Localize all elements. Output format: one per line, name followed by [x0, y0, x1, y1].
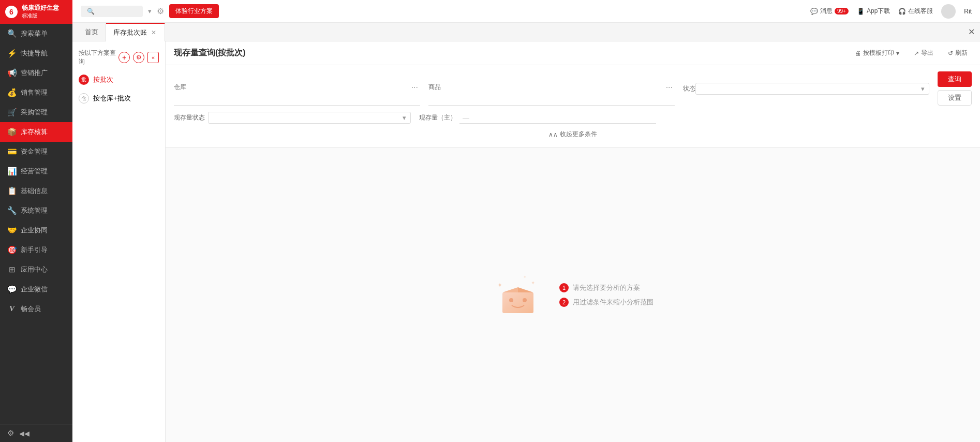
scheme-batch-icon: 批: [79, 75, 89, 85]
collapse-sidebar-icon[interactable]: ◀◀: [19, 430, 29, 437]
sidebar-item-apps[interactable]: ⊞ 应用中心: [0, 260, 72, 279]
sidebar-item-operations[interactable]: 📊 经营管理: [0, 161, 72, 181]
warehouse-label: 仓库: [174, 83, 186, 92]
svg-text:✦: ✦: [531, 280, 535, 286]
dropdown-icon[interactable]: ▾: [148, 7, 152, 15]
svg-point-4: [523, 298, 527, 302]
stock-status-select[interactable]: ▾: [208, 112, 411, 124]
svg-text:✦: ✦: [523, 275, 527, 279]
tab-close-icon[interactable]: ✕: [150, 29, 157, 36]
empty-tip-1: 1 请先选择要分析的方案: [559, 283, 654, 292]
sidebar-item-label: 资金管理: [21, 147, 48, 156]
stock-amount-filter: 现存量（主） —: [419, 112, 656, 124]
settings-button[interactable]: 设置: [938, 90, 972, 106]
messages-action[interactable]: 💬 消息 99+: [810, 7, 849, 16]
sidebar-item-marketing[interactable]: 📢 营销推广: [0, 63, 72, 83]
topbar-settings-icon[interactable]: ⚙: [157, 6, 164, 16]
sidebar-item-label: 系统管理: [21, 206, 48, 215]
scheme-batch[interactable]: 批 按批次: [72, 70, 165, 89]
sidebar-item-wechat[interactable]: 💬 企业微信: [0, 279, 72, 299]
sidebar: 6 畅康通好生意 标准版 🔍 搜索菜单 ⚡ 快捷导航 📢 营销推广 💰 销售管理…: [0, 0, 72, 442]
svg-marker-2: [518, 287, 533, 292]
settings-icon[interactable]: ⚙: [7, 429, 14, 438]
wechat-icon: 💬: [7, 285, 17, 294]
refresh-btn[interactable]: ↺ 刷新: [944, 47, 972, 60]
scheme-warehouse-batch[interactable]: 仓 按仓库+批次: [72, 89, 165, 108]
schemes-panel-title: 按以下方案查询 + ⚙ «: [72, 47, 165, 70]
product-filter: 商品 ···: [428, 71, 675, 106]
svg-rect-0: [502, 292, 533, 313]
app-download-action[interactable]: 📱 App下载: [857, 7, 890, 16]
tab-batch-account[interactable]: 库存批次账 ✕: [106, 23, 165, 41]
menu-search[interactable]: 🔍: [81, 6, 143, 17]
user-avatar[interactable]: [941, 4, 956, 19]
collapse-panel-btn[interactable]: «: [147, 52, 159, 63]
system-icon: 🔧: [7, 206, 17, 215]
content-area: 按以下方案查询 + ⚙ « 批 按批次 仓: [72, 41, 980, 442]
warehouse-input[interactable]: [186, 82, 409, 93]
sidebar-item-inventory[interactable]: 📦 库存核算: [0, 122, 72, 142]
sidebar-item-members[interactable]: V 畅会员: [0, 299, 72, 319]
finance-icon: 💳: [7, 147, 17, 156]
username-label: Rit: [964, 8, 972, 15]
app-download-label: App下载: [867, 7, 890, 16]
empty-tip-2: 2 用过滤条件来缩小分析范围: [559, 298, 654, 307]
empty-illustration: ✦ ✦ ✦: [492, 269, 544, 321]
sidebar-item-finance[interactable]: 💳 资金管理: [0, 142, 72, 161]
sales-icon: 💰: [7, 88, 17, 97]
tip-text-1: 请先选择要分析的方案: [573, 283, 640, 292]
tip-number-2: 2: [559, 298, 569, 307]
tab-home[interactable]: 首页: [78, 23, 106, 41]
experience-btn[interactable]: 体验行业方案: [169, 4, 219, 18]
basic-icon: 📋: [7, 186, 17, 196]
tip-text-2: 用过滤条件来缩小分析范围: [573, 298, 654, 307]
warehouse-more-icon[interactable]: ···: [409, 83, 420, 92]
sidebar-item-label: 搜索菜单: [21, 29, 48, 38]
refresh-icon: ↺: [948, 50, 953, 57]
sidebar-item-label: 新手引导: [21, 245, 48, 255]
page-title-bar: 现存量查询(按批次) 🖨 按模板打印 ▾ ↗ 导出 ↺ 刷新: [166, 41, 980, 65]
tabs-bar: 首页 库存批次账 ✕ ✕: [72, 23, 980, 41]
sidebar-item-enterprise[interactable]: 🤝 企业协同: [0, 220, 72, 240]
svg-marker-1: [502, 287, 518, 292]
print-btn[interactable]: 🖨 按模板打印 ▾: [851, 47, 903, 60]
query-button[interactable]: 查询: [938, 71, 972, 87]
stock-status-filter: 现存量状态 ▾: [174, 112, 411, 124]
sidebar-item-label: 基础信息: [21, 186, 48, 196]
sidebar-item-search[interactable]: 🔍 搜索菜单: [0, 24, 72, 43]
sidebar-item-label: 经营管理: [21, 167, 48, 176]
search-icon: 🔍: [7, 29, 17, 38]
add-icon: +: [122, 53, 126, 62]
export-btn[interactable]: ↗ 导出: [910, 47, 938, 60]
collapse-more-btn[interactable]: ∧∧ 收起更多条件: [174, 128, 972, 141]
enterprise-icon: 🤝: [7, 226, 17, 235]
online-service-label: 在线客服: [908, 7, 933, 16]
product-input[interactable]: [441, 82, 664, 93]
tab-home-label: 首页: [85, 27, 98, 37]
sidebar-item-newbie[interactable]: 🎯 新手引导: [0, 240, 72, 260]
headset-icon: 🎧: [898, 8, 906, 15]
empty-state: ✦ ✦ ✦ 1 请先选择要分析的方案 2 用过滤条件来缩小分析范围: [166, 148, 980, 442]
product-more-icon[interactable]: ···: [664, 83, 675, 92]
newbie-icon: 🎯: [7, 245, 17, 255]
tip-number-1: 1: [559, 283, 569, 292]
print-dropdown-icon[interactable]: ▾: [896, 50, 899, 57]
app-logo: 6: [5, 6, 18, 18]
status-select[interactable]: ▾: [695, 83, 929, 95]
add-scheme-btn[interactable]: +: [118, 52, 130, 63]
scheme-settings-btn[interactable]: ⚙: [133, 52, 144, 63]
stock-status-label: 现存量状态: [174, 113, 205, 122]
sidebar-item-basic[interactable]: 📋 基础信息: [0, 181, 72, 201]
status-dropdown-icon: ▾: [921, 85, 925, 93]
sidebar-item-purchase[interactable]: 🛒 采购管理: [0, 102, 72, 122]
sidebar-item-sales[interactable]: 💰 销售管理: [0, 83, 72, 102]
sidebar-item-label: 销售管理: [21, 88, 48, 97]
sidebar-item-system[interactable]: 🔧 系统管理: [0, 201, 72, 220]
sidebar-item-label: 采购管理: [21, 108, 48, 117]
sidebar-item-quick-nav[interactable]: ⚡ 快捷导航: [0, 43, 72, 63]
warehouse-filter: 仓库 ···: [174, 71, 420, 106]
collapse-icon: «: [152, 55, 155, 61]
scheme-warehouse-icon: 仓: [79, 93, 89, 104]
panel-close-icon[interactable]: ✕: [968, 27, 975, 37]
online-service-action[interactable]: 🎧 在线客服: [898, 7, 933, 16]
